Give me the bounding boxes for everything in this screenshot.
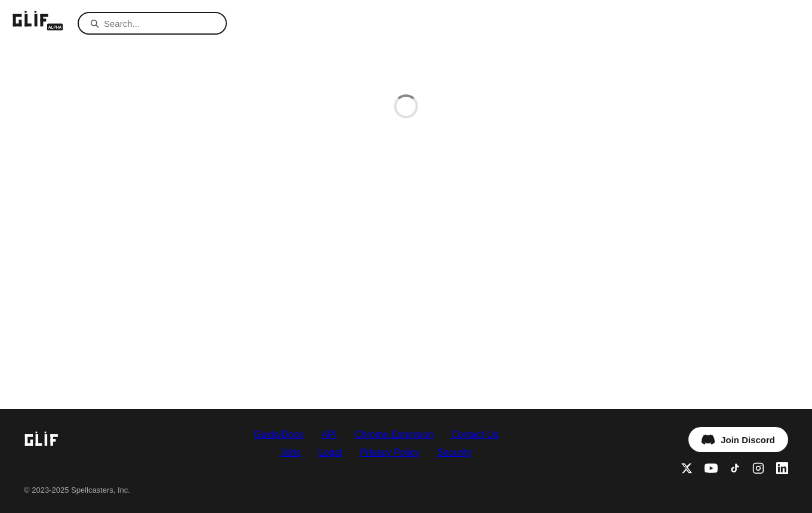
svg-point-32 <box>761 465 762 466</box>
svg-line-15 <box>96 25 99 27</box>
footer-nav-row1: Guide/Docs API Chrome Extension Contact … <box>254 429 499 440</box>
header: ALPHA <box>0 0 812 47</box>
footer-link-jobs[interactable]: Jobs <box>281 447 301 458</box>
glif-logo[interactable]: ALPHA <box>12 8 66 38</box>
footer-nav: Guide/Docs API Chrome Extension Contact … <box>72 429 681 458</box>
twitter-x-icon <box>681 462 693 474</box>
footer-link-guide[interactable]: Guide/Docs <box>254 429 304 440</box>
linkedin-link[interactable] <box>776 462 788 474</box>
join-discord-button[interactable]: Join Discord <box>688 427 788 452</box>
instagram-icon <box>752 462 764 474</box>
footer-link-chrome-extension[interactable]: Chrome Extension <box>355 429 433 440</box>
twitter-x-link[interactable] <box>681 462 693 474</box>
svg-rect-10 <box>24 11 26 13</box>
main-content <box>0 47 812 409</box>
footer-main: Guide/Docs API Chrome Extension Contact … <box>24 427 788 475</box>
footer-link-contact[interactable]: Contact Us <box>451 429 499 440</box>
svg-rect-24 <box>50 434 57 437</box>
tiktok-link[interactable] <box>730 463 740 474</box>
svg-rect-17 <box>25 434 33 437</box>
svg-text:ALPHA: ALPHA <box>48 25 62 29</box>
svg-point-28 <box>706 440 708 441</box>
footer-copyright-area: © 2023-2025 Spellcasters, Inc. <box>24 484 788 495</box>
svg-point-31 <box>756 466 761 471</box>
youtube-link[interactable] <box>705 462 718 475</box>
footer-link-privacy[interactable]: Privacy Policy <box>360 447 420 458</box>
search-input[interactable] <box>104 19 215 29</box>
footer-right: Join Discord <box>681 427 788 475</box>
footer-link-legal[interactable]: Legal <box>319 447 342 458</box>
footer-inner: Guide/Docs API Chrome Extension Contact … <box>24 427 788 495</box>
svg-rect-6 <box>35 14 38 26</box>
svg-rect-25 <box>50 439 56 441</box>
svg-rect-30 <box>753 463 764 474</box>
svg-rect-8 <box>40 14 48 17</box>
footer-glif-logo[interactable] <box>24 429 72 459</box>
search-bar[interactable] <box>78 12 227 35</box>
logo-area[interactable]: ALPHA <box>12 8 66 38</box>
footer: Guide/Docs API Chrome Extension Contact … <box>0 409 812 513</box>
svg-rect-11 <box>35 11 36 13</box>
join-discord-label: Join Discord <box>721 435 775 445</box>
svg-rect-9 <box>40 19 46 21</box>
footer-logo-area[interactable] <box>24 427 72 459</box>
svg-rect-27 <box>45 432 47 434</box>
youtube-icon <box>705 462 718 475</box>
svg-rect-22 <box>45 434 47 446</box>
discord-icon <box>702 433 715 446</box>
svg-rect-19 <box>30 440 33 446</box>
copyright-text: © 2023-2025 Spellcasters, Inc. <box>24 486 130 494</box>
search-icon <box>90 18 99 29</box>
footer-link-security[interactable]: Security <box>437 447 472 458</box>
svg-rect-3 <box>19 20 21 26</box>
svg-rect-26 <box>36 432 38 434</box>
loading-spinner <box>394 94 418 118</box>
svg-rect-21 <box>36 443 42 446</box>
svg-rect-5 <box>24 23 31 26</box>
instagram-link[interactable] <box>752 462 764 474</box>
tiktok-icon <box>730 463 740 474</box>
svg-point-29 <box>709 440 711 441</box>
footer-link-api[interactable]: API <box>322 429 337 440</box>
svg-rect-1 <box>13 14 22 17</box>
footer-nav-row2: Jobs Legal Privacy Policy Security <box>281 447 472 458</box>
linkedin-icon <box>776 462 788 474</box>
social-icons <box>681 462 788 475</box>
